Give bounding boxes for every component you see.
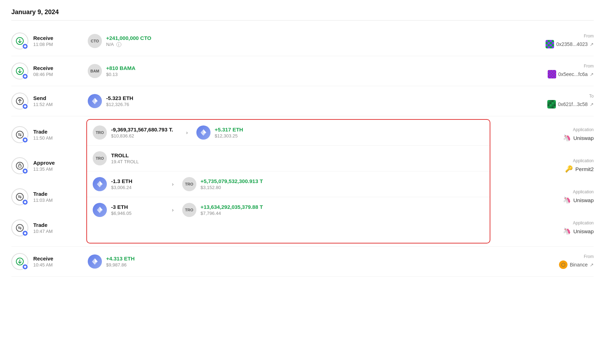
eth-icon [88, 94, 102, 108]
svg-rect-34 [548, 73, 549, 74]
svg-rect-15 [546, 46, 548, 48]
svg-rect-76 [547, 106, 549, 108]
eth-badge [22, 73, 28, 80]
token-tro-1: TRO [93, 125, 107, 140]
svg-marker-2 [24, 45, 27, 48]
token-details-from3: -3 ETH $6,946.05 [111, 204, 168, 216]
svg-marker-81 [24, 139, 27, 141]
svg-rect-65 [549, 100, 552, 102]
app-label: Application [573, 221, 594, 225]
svg-rect-56 [553, 77, 555, 78]
token-amount: +241,000,000 CTO [106, 35, 151, 41]
svg-rect-5 [550, 40, 552, 42]
svg-rect-71 [554, 102, 556, 104]
svg-rect-28 [548, 71, 549, 73]
uniswap-icon-3: 🦄 [563, 227, 571, 235]
eth-badge [22, 199, 28, 205]
token-circle-bam: BAM [88, 64, 102, 78]
addr-avatar [546, 40, 554, 48]
app-badge-permit2: 🔑 Permit2 [565, 165, 594, 173]
svg-rect-44 [553, 74, 555, 76]
tx-time: 10:45 AM [33, 262, 53, 268]
info-icon[interactable]: i [116, 42, 121, 47]
meta-label: From [584, 34, 594, 39]
transactions-page: January 9, 2024 Receive 11:08 PM [0, 0, 605, 285]
eth-icon [88, 254, 102, 269]
svg-rect-14 [552, 44, 554, 46]
tx-middle: -5.323 ETH $12,326.76 [82, 94, 495, 108]
tx-left: Send 11:52 AM [11, 93, 82, 110]
addr-text: 0x621f...3c58 [558, 101, 588, 107]
svg-rect-24 [551, 70, 552, 71]
tx-middle: BAM +810 BAMA $0.13 [82, 64, 495, 78]
svg-rect-31 [552, 71, 553, 73]
transactions-list: Receive 11:08 PM CTO +241,000,000 CTO N/… [11, 26, 594, 277]
token-usd-from: $10,836.62 [111, 133, 182, 139]
tx-type: Trade [33, 222, 53, 228]
svg-rect-18 [552, 46, 554, 48]
eth-badge [22, 264, 28, 270]
svg-rect-70 [552, 102, 554, 104]
svg-rect-27 [555, 70, 556, 71]
meta-addr: ⬡ Binance ↗ [559, 260, 594, 269]
token-usd: $0.13 [106, 72, 136, 77]
token-usd: $9,987.86 [106, 262, 134, 268]
svg-rect-17 [550, 46, 552, 48]
highlight-row-trade3: -3 ETH $6,946.05 › TRO +13,634,292,035,3… [87, 197, 490, 223]
highlighted-left-col: Trade 11:50 AM [11, 119, 82, 243]
token-amount: +810 BAMA [106, 65, 136, 71]
receive-icon [11, 63, 28, 80]
eth-badge [22, 137, 28, 143]
svg-rect-83 [18, 165, 21, 167]
date-header: January 9, 2024 [11, 8, 594, 20]
trade-icon-3 [11, 219, 28, 236]
trade-icon [11, 126, 28, 143]
ext-link[interactable]: ↗ [590, 262, 594, 268]
tx-type-info: Trade 11:50 AM [33, 129, 53, 141]
svg-rect-12 [548, 44, 550, 46]
token-details: -5.323 ETH $12,326.76 [106, 95, 133, 107]
meta-addr: 0x621f...3c58 ↗ [547, 100, 594, 108]
tx-type-approve: Approve [33, 160, 55, 166]
app-meta-3: Application 🦄 Uniswap [495, 184, 594, 210]
tx-middle: CTO +241,000,000 CTO N/A i [82, 34, 495, 48]
svg-rect-43 [552, 74, 553, 76]
tx-row-receive-bama: Receive 08:46 PM BAM +810 BAMA $0.13 Fro… [11, 56, 594, 86]
ext-link[interactable]: ↗ [590, 42, 594, 47]
svg-rect-36 [551, 73, 552, 74]
svg-rect-11 [546, 44, 548, 46]
uniswap-icon: 🦄 [563, 134, 571, 142]
tx-meta: From ⬡ Binance ↗ [559, 254, 594, 269]
tx-time: 11:03 AM [33, 198, 53, 203]
app-badge-uniswap: 🦄 Uniswap [563, 134, 594, 142]
tx-left-approve: Approve 11:35 AM [11, 150, 82, 181]
svg-marker-86 [24, 201, 27, 204]
svg-rect-57 [555, 77, 556, 78]
ext-link[interactable]: ↗ [590, 72, 594, 77]
svg-rect-49 [552, 76, 553, 77]
tx-time-approve: 11:35 AM [33, 166, 55, 172]
app-name: Uniswap [573, 197, 594, 203]
svg-rect-23 [549, 70, 551, 71]
tx-type-info: Send 11:52 AM [33, 95, 53, 107]
highlight-row-trade1: TRO -9,369,371,567,680.793 T. $10,836.62… [87, 120, 490, 146]
app-badge-uniswap3: 🦄 Uniswap [563, 227, 594, 235]
token-amount-to: +5.317 ETH [215, 127, 243, 133]
ext-link[interactable]: ↗ [590, 102, 594, 107]
receive-icon [11, 33, 28, 49]
addr-text: 0x5eec...fc6a [558, 71, 588, 77]
tx-left: Receive 08:46 PM [11, 63, 82, 80]
tx-row-receive-cto: Receive 11:08 PM CTO +241,000,000 CTO N/… [11, 26, 594, 56]
uniswap-icon-2: 🦄 [563, 196, 571, 204]
svg-rect-29 [549, 71, 551, 73]
app-name: Permit2 [575, 166, 594, 172]
eth-badge [22, 103, 28, 110]
token-details: +241,000,000 CTO N/A i [106, 35, 151, 47]
svg-rect-25 [552, 70, 553, 71]
tx-type: Trade [33, 191, 53, 197]
app-meta-4: Application 🦄 Uniswap [495, 215, 594, 241]
trade-icon-2 [11, 188, 28, 205]
tx-time: 10:47 AM [33, 229, 53, 234]
svg-rect-3 [546, 40, 548, 42]
token-usd-to2: $3,152.80 [201, 185, 263, 190]
